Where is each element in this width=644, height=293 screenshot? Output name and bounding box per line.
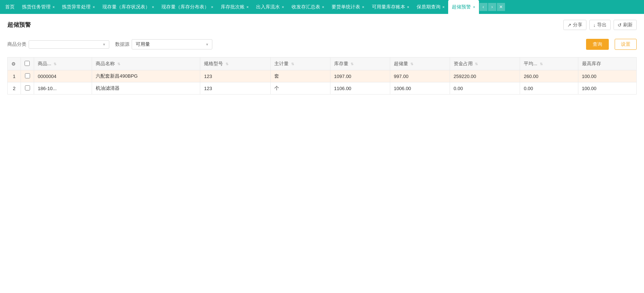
col-product-code[interactable]: 商品... ⇅ (34, 58, 92, 70)
datasource-arrow: ▾ (206, 42, 208, 47)
nav-home-label: 首页 (5, 4, 15, 10)
nav-item-inventory-dist[interactable]: 现存量（库存分布表） × (158, 0, 217, 14)
nav-batch-label: 库存批次账 (221, 4, 245, 10)
gear-icon[interactable]: ⚙ (11, 61, 16, 67)
cell-unit-0: 套 (270, 70, 330, 82)
nav-close-inventory-dist[interactable]: × (211, 5, 213, 9)
nav-available-label: 可用量库存账本 (372, 4, 405, 10)
cell-max-stock-1: 100.00 (578, 82, 637, 94)
sort-product-code: ⇅ (54, 62, 56, 66)
cell-max-stock-0: 100.00 (578, 70, 637, 82)
sort-capital: ⇅ (475, 62, 478, 66)
nav-close-task[interactable]: × (52, 5, 55, 9)
category-select[interactable]: ▾ (29, 40, 109, 49)
table-header: ⚙ 商品... ⇅ 商品名称 ⇅ 规格型号 ⇅ 主计量 (8, 58, 637, 70)
cell-capital-0: 259220.00 (450, 70, 520, 82)
share-label: 分享 (573, 22, 582, 28)
page-title: 超储预警 (7, 21, 31, 29)
query-button[interactable]: 查询 (586, 39, 609, 50)
cell-avg-0: 260.00 (520, 70, 578, 82)
cell-product-name-0: 六配套新昌490BPG (92, 70, 200, 82)
datasource-select[interactable]: 可用量 ▾ (132, 39, 212, 49)
nav-item-overstock[interactable]: 超储预警 × (448, 0, 479, 14)
nav-close-abnormal[interactable]: × (92, 5, 95, 9)
row-select-1[interactable] (25, 85, 30, 90)
col-product-name[interactable]: 商品名称 ⇅ (92, 58, 200, 70)
col-unit[interactable]: 主计量 ⇅ (270, 58, 330, 70)
cell-stock-0: 1097.00 (330, 70, 390, 82)
cell-product-code-0: 0000004 (34, 70, 92, 82)
cell-overstock-1: 1006.00 (390, 82, 450, 94)
page-title-row: 超储预警 ↗ 分享 ↓ 导出 ↺ 刷新 (7, 20, 637, 30)
category-filter: 商品分类 ▾ (7, 40, 109, 49)
cell-spec-1: 123 (200, 82, 270, 94)
col-checkbox-header (21, 58, 34, 70)
nav-inout-label: 出入库流水 (256, 4, 280, 10)
table-row: 1 0000004 六配套新昌490BPG 123 套 1097.00 997.… (8, 70, 637, 82)
nav-item-receive-send[interactable]: 收发存汇总表 × (288, 0, 328, 14)
nav-inventory-status-label: 现存量（库存状况表） (102, 4, 150, 10)
nav-task-label: 拣货任务管理 (22, 4, 51, 10)
sort-unit: ⇅ (291, 62, 294, 66)
cell-unit-1: 个 (270, 82, 330, 94)
nav-close-batch[interactable]: × (246, 5, 249, 9)
table-body: 1 0000004 六配套新昌490BPG 123 套 1097.00 997.… (8, 70, 637, 94)
nav-close-order[interactable]: × (362, 5, 364, 9)
nav-close-inout[interactable]: × (282, 5, 284, 9)
data-table: ⚙ 商品... ⇅ 商品名称 ⇅ 规格型号 ⇅ 主计量 (7, 57, 637, 94)
nav-next-button[interactable]: › (488, 3, 496, 11)
datasource-value: 可用量 (136, 41, 150, 48)
set-button[interactable]: 设置 (615, 39, 637, 50)
nav-close-inventory-status[interactable]: × (152, 5, 154, 9)
datasource-label: 数据源 (115, 41, 129, 48)
col-capital[interactable]: 资金占用 ⇅ (450, 58, 520, 70)
cell-avg-1: 0.00 (520, 82, 578, 94)
row-num-1: 2 (8, 82, 21, 94)
cell-capital-1: 0.00 (450, 82, 520, 94)
nav-item-task-mgmt[interactable]: 拣货任务管理 × (18, 0, 58, 14)
nav-item-order-stats[interactable]: 要货单统计表 × (328, 0, 368, 14)
col-stock[interactable]: 库存量 ⇅ (330, 58, 390, 70)
table-row: 2 186-10... 机油滤清器 123 个 1106.00 1006.00 … (8, 82, 637, 94)
nav-item-inventory-status[interactable]: 现存量（库存状况表） × (99, 0, 158, 14)
cell-product-name-1: 机油滤清器 (92, 82, 200, 94)
nav-quality-label: 保质期查询 (417, 4, 440, 10)
sort-avg: ⇅ (540, 62, 543, 66)
sort-overstock: ⇅ (410, 62, 413, 66)
share-button[interactable]: ↗ 分享 (563, 20, 586, 30)
sort-product-name: ⇅ (117, 62, 120, 66)
cell-product-code-1: 186-10... (34, 82, 92, 94)
nav-overstock-label: 超储预警 (452, 4, 471, 10)
nav-close-button[interactable]: ✕ (497, 3, 505, 11)
filter-row: 商品分类 ▾ 数据源 可用量 ▾ 查询 设置 (7, 36, 637, 53)
col-max-stock[interactable]: 最高库存 (578, 58, 637, 70)
col-spec[interactable]: 规格型号 ⇅ (200, 58, 270, 70)
nav-close-overstock[interactable]: × (473, 5, 475, 9)
row-num-0: 1 (8, 70, 21, 82)
nav-prev-button[interactable]: ‹ (479, 3, 487, 11)
nav-inventory-dist-label: 现存量（库存分布表） (161, 4, 209, 10)
row-select-0[interactable] (25, 73, 30, 78)
main-content: 超储预警 ↗ 分享 ↓ 导出 ↺ 刷新 商品分类 ▾ 数据源 (0, 14, 644, 293)
export-button[interactable]: ↓ 导出 (589, 20, 611, 30)
row-checkbox-0 (21, 70, 34, 82)
nav-close-quality[interactable]: × (442, 5, 444, 9)
nav-item-available[interactable]: 可用量库存账本 × (368, 0, 413, 14)
nav-item-quality[interactable]: 保质期查询 × (413, 0, 448, 14)
col-overstock[interactable]: 超储量 ⇅ (390, 58, 450, 70)
cell-overstock-0: 997.00 (390, 70, 450, 82)
select-all-checkbox[interactable] (25, 61, 30, 66)
nav-close-receive[interactable]: × (322, 5, 324, 9)
col-avg[interactable]: 平均... ⇅ (520, 58, 578, 70)
sort-spec: ⇅ (226, 62, 228, 66)
nav-item-inout-flow[interactable]: 出入库流水 × (252, 0, 288, 14)
cell-spec-0: 123 (200, 70, 270, 82)
refresh-icon: ↺ (618, 22, 622, 28)
nav-item-batch-account[interactable]: 库存批次账 × (217, 0, 252, 14)
refresh-button[interactable]: ↺ 刷新 (614, 20, 637, 30)
nav-item-home[interactable]: 首页 (1, 0, 18, 14)
nav-close-available[interactable]: × (407, 5, 409, 9)
datasource-filter: 数据源 可用量 ▾ (115, 39, 212, 49)
nav-item-abnormal[interactable]: 拣货异常处理 × (58, 0, 98, 14)
action-buttons: ↗ 分享 ↓ 导出 ↺ 刷新 (563, 20, 637, 30)
